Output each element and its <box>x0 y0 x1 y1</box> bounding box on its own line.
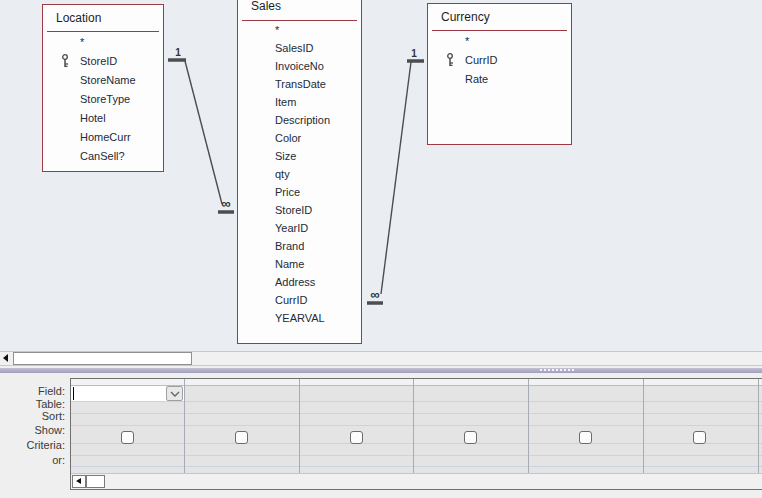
field-item[interactable]: Item <box>238 92 361 110</box>
column-divider <box>184 379 185 473</box>
table-pane[interactable]: Location * StoreID StoreName StoreType H… <box>0 0 762 351</box>
access-query-design-view: Location * StoreID StoreName StoreType H… <box>0 0 762 498</box>
relationship-currency-sales: 1 ∞ <box>367 48 424 303</box>
field-label: StoreID <box>275 204 312 216</box>
field-label: Hotel <box>80 112 106 124</box>
field-item[interactable]: YEARVAL <box>238 308 361 326</box>
row-divider <box>71 455 762 456</box>
grid-row-label-show: Show: <box>0 424 65 437</box>
field-label: YearID <box>275 222 308 234</box>
field-label: InvoiceNo <box>275 60 324 72</box>
show-checkbox[interactable] <box>693 431 706 444</box>
column-divider <box>528 379 529 473</box>
grid-row-label-field: Field: <box>0 385 65 398</box>
field-item[interactable]: Price <box>238 182 361 200</box>
grid-hscrollbar[interactable] <box>71 473 762 490</box>
field-item[interactable]: Brand <box>238 236 361 254</box>
field-label: CanSell? <box>80 150 125 162</box>
diagram-scrollbar-thumb[interactable] <box>13 352 192 365</box>
field-item[interactable]: * <box>43 31 163 50</box>
many-side-label: ∞ <box>221 196 230 211</box>
design-grid <box>70 378 762 490</box>
field-label: Address <box>275 276 315 288</box>
field-item[interactable]: StoreID <box>238 200 361 218</box>
field-label: YEARVAL <box>275 312 325 324</box>
relationship-line[interactable] <box>185 61 222 204</box>
scroll-left-icon <box>76 478 81 484</box>
field-label: * <box>275 24 279 36</box>
field-item[interactable]: StoreType <box>43 88 163 107</box>
field-label: StoreID <box>80 55 117 67</box>
table-title[interactable]: Currency <box>428 4 571 30</box>
field-cell-active[interactable] <box>71 386 184 401</box>
column-selector-strip[interactable] <box>71 379 762 386</box>
field-label: SalesID <box>275 42 314 54</box>
table-card-currency[interactable]: Currency * CurrID Rate <box>427 3 572 145</box>
field-label: qty <box>275 168 290 180</box>
diagram-hscrollbar[interactable] <box>0 351 762 366</box>
field-label: Rate <box>465 73 488 85</box>
field-item[interactable]: Size <box>238 146 361 164</box>
field-item[interactable]: Hotel <box>43 107 163 126</box>
field-item[interactable]: YearID <box>238 218 361 236</box>
table-title[interactable]: Sales <box>238 0 361 20</box>
show-checkbox[interactable] <box>350 431 363 444</box>
field-item[interactable]: TransDate <box>238 74 361 92</box>
field-item[interactable]: qty <box>238 164 361 182</box>
scroll-left-button[interactable] <box>0 352 13 365</box>
splitter-grip-dots <box>540 369 574 371</box>
field-item[interactable]: HomeCurr <box>43 126 163 145</box>
field-item[interactable]: StoreID <box>43 50 163 69</box>
field-label: TransDate <box>275 78 326 90</box>
field-label: Color <box>275 132 301 144</box>
grid-row-label-or: or: <box>0 454 65 467</box>
field-label: StoreType <box>80 93 130 105</box>
field-label: Size <box>275 150 296 162</box>
text-caret <box>73 387 74 400</box>
field-item[interactable]: * <box>238 20 361 38</box>
grid-scrollbar-thumb[interactable] <box>86 475 105 488</box>
field-item[interactable]: Color <box>238 128 361 146</box>
table-card-location[interactable]: Location * StoreID StoreName StoreType H… <box>42 4 164 172</box>
grid-row-label-sort: Sort: <box>0 410 65 423</box>
show-checkbox[interactable] <box>579 431 592 444</box>
table-card-sales[interactable]: Sales * SalesID InvoiceNo TransDate Item… <box>237 0 362 344</box>
field-label: Item <box>275 96 296 108</box>
field-item[interactable]: CurrID <box>238 290 361 308</box>
row-divider <box>71 413 762 414</box>
pane-splitter[interactable] <box>0 368 762 373</box>
grid-row-label-criteria: Criteria: <box>0 439 65 452</box>
field-item[interactable]: Rate <box>428 68 571 87</box>
table-title[interactable]: Location <box>43 5 163 31</box>
column-divider <box>299 379 300 473</box>
field-dropdown-button[interactable] <box>166 386 183 401</box>
field-item[interactable]: Name <box>238 254 361 272</box>
show-checkbox[interactable] <box>464 431 477 444</box>
field-item[interactable]: CurrID <box>428 49 571 68</box>
field-label: HomeCurr <box>80 131 131 143</box>
field-item[interactable]: InvoiceNo <box>238 56 361 74</box>
field-label: Description <box>275 114 330 126</box>
field-item[interactable]: SalesID <box>238 38 361 56</box>
row-divider <box>71 466 762 467</box>
relationship-line[interactable] <box>381 62 411 294</box>
field-item[interactable]: StoreName <box>43 69 163 88</box>
field-label: StoreName <box>80 74 136 86</box>
show-checkbox[interactable] <box>121 431 134 444</box>
one-side-label: 1 <box>411 48 417 59</box>
field-item[interactable]: * <box>428 30 571 49</box>
field-item[interactable]: Address <box>238 272 361 290</box>
row-divider <box>71 401 762 402</box>
show-checkbox[interactable] <box>235 431 248 444</box>
field-item[interactable]: CanSell? <box>43 145 163 164</box>
relationship-location-sales: 1 ∞ <box>168 47 234 212</box>
field-label: * <box>80 36 84 48</box>
field-label: CurrID <box>275 294 307 306</box>
grid-scroll-left-button[interactable] <box>72 475 86 488</box>
primary-key-icon <box>61 53 69 67</box>
column-divider <box>413 379 414 473</box>
field-label: CurrID <box>465 54 497 66</box>
many-side-label: ∞ <box>370 287 379 302</box>
field-label: Brand <box>275 240 304 252</box>
field-item[interactable]: Description <box>238 110 361 128</box>
